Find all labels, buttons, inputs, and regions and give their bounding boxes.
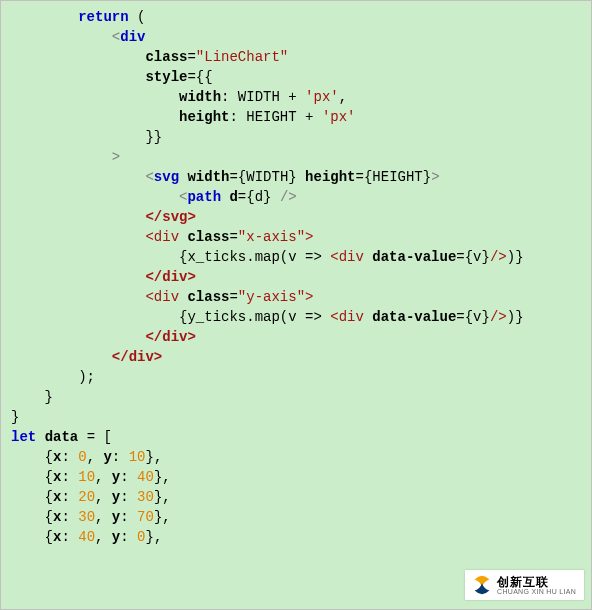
watermark: 创新互联 CHUANG XIN HU LIAN [465, 570, 584, 600]
line: class="LineChart" [11, 49, 288, 65]
line: width: WIDTH + 'px', [11, 89, 347, 105]
line: <path d={d} /> [11, 189, 297, 205]
line: {x: 40, y: 0}, [11, 529, 162, 545]
logo-icon [471, 574, 493, 596]
line: <div class="x-axis"> [11, 229, 313, 245]
line: } [11, 409, 19, 425]
line: <div class="y-axis"> [11, 289, 313, 305]
line: {x: 0, y: 10}, [11, 449, 162, 465]
line: {x: 30, y: 70}, [11, 509, 171, 525]
line: height: HEIGHT + 'px' [11, 109, 356, 125]
line: {x: 20, y: 30}, [11, 489, 171, 505]
line: <svg width={WIDTH} height={HEIGHT}> [11, 169, 440, 185]
line: } [11, 389, 53, 405]
line: </div> [11, 269, 196, 285]
line: <div [11, 29, 145, 45]
line: </div> [11, 349, 162, 365]
watermark-cn: 创新互联 [497, 576, 576, 588]
code-block: return ( <div class="LineChart" style={{… [0, 0, 592, 610]
line: {y_ticks.map(v => <div data-value={v}/>)… [11, 309, 524, 325]
watermark-text: 创新互联 CHUANG XIN HU LIAN [497, 576, 576, 595]
line: </div> [11, 329, 196, 345]
line: </svg> [11, 209, 196, 225]
line: return ( [11, 9, 145, 25]
line: let data = [ [11, 429, 112, 445]
line: ); [11, 369, 95, 385]
line: {x_ticks.map(v => <div data-value={v}/>)… [11, 249, 524, 265]
watermark-en: CHUANG XIN HU LIAN [497, 588, 576, 595]
line: }} [11, 129, 162, 145]
kw-return: return [78, 9, 128, 25]
line: style={{ [11, 69, 213, 85]
line: > [11, 149, 120, 165]
line: {x: 10, y: 40}, [11, 469, 171, 485]
